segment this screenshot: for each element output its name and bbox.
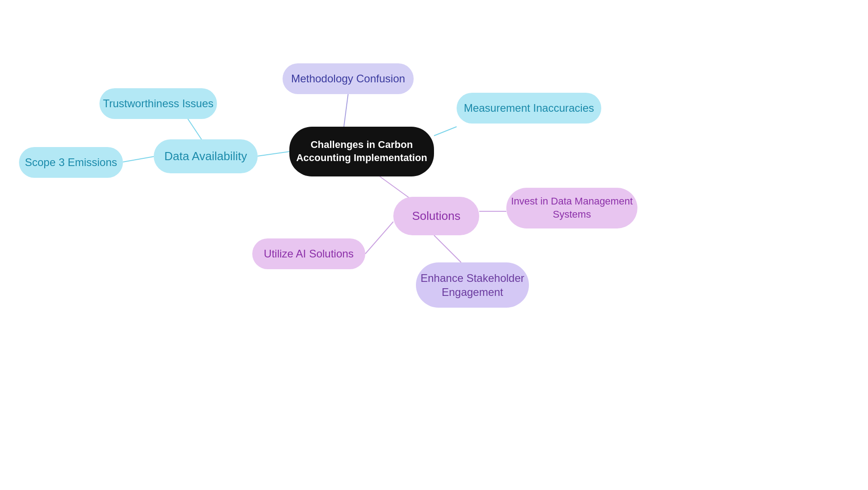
center-label: Challenges in Carbon Accounting Implemen… — [289, 138, 434, 164]
trustworthiness-node: Trustworthiness Issues — [99, 88, 217, 119]
trustworthiness-label: Trustworthiness Issues — [103, 96, 214, 110]
invest-label: Invest in Data Management Systems — [506, 195, 637, 221]
methodology-label: Methodology Confusion — [291, 71, 405, 86]
solutions-node: Solutions — [393, 197, 479, 235]
center-node: Challenges in Carbon Accounting Implemen… — [289, 127, 434, 176]
enhance-label: Enhance Stakeholder Engagement — [416, 271, 529, 299]
invest-node: Invest in Data Management Systems — [506, 188, 637, 228]
scope3-node: Scope 3 Emissions — [19, 147, 123, 178]
methodology-node: Methodology Confusion — [283, 63, 414, 94]
measurement-node: Measurement Inaccuracies — [457, 93, 601, 124]
mind-map: Challenges in Carbon Accounting Implemen… — [0, 0, 868, 490]
solutions-label: Solutions — [412, 209, 461, 224]
data-availability-node: Data Availability — [154, 139, 258, 173]
data-availability-label: Data Availability — [164, 149, 247, 164]
enhance-node: Enhance Stakeholder Engagement — [416, 262, 529, 308]
svg-line-7 — [365, 222, 393, 254]
svg-line-2 — [123, 157, 154, 162]
utilize-node: Utilize AI Solutions — [252, 238, 365, 269]
svg-line-3 — [344, 94, 348, 129]
connection-lines — [0, 0, 868, 490]
svg-line-4 — [434, 127, 457, 136]
svg-line-8 — [434, 235, 461, 262]
utilize-label: Utilize AI Solutions — [264, 247, 354, 261]
svg-line-0 — [258, 152, 289, 156]
measurement-label: Measurement Inaccuracies — [464, 101, 594, 115]
scope3-label: Scope 3 Emissions — [25, 155, 117, 169]
